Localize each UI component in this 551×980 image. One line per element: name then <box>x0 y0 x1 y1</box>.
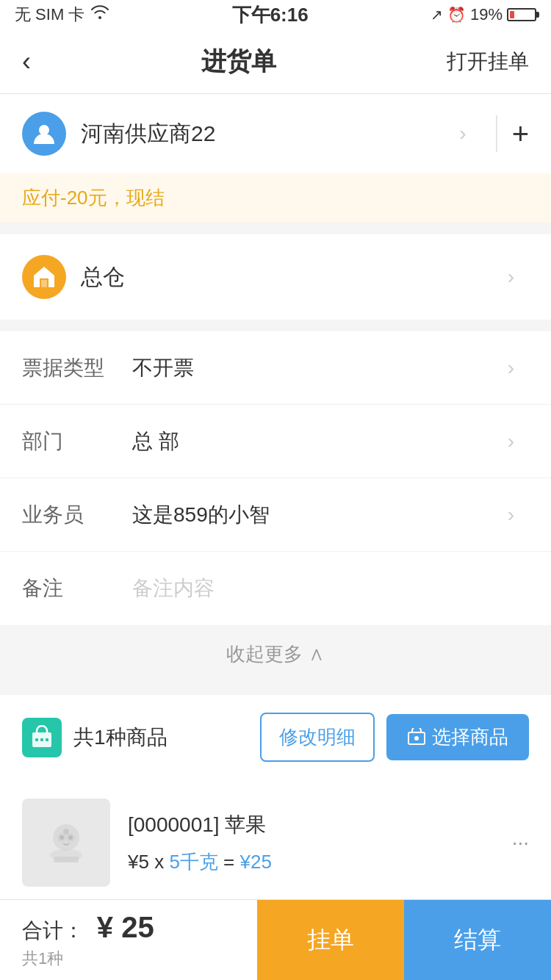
equals: = <box>218 851 240 873</box>
collapse-label: 收起更多 ∧ <box>226 641 324 667</box>
notice-bar: 应付-20元，现结 <box>0 173 551 223</box>
warehouse-section: 总仓 › <box>0 234 551 320</box>
svg-rect-6 <box>46 738 48 741</box>
svg-point-16 <box>68 835 73 840</box>
svg-rect-5 <box>40 738 43 741</box>
svg-rect-4 <box>35 738 38 741</box>
product-thumbnail <box>22 799 110 887</box>
status-bar: 无 SIM 卡 下午6:16 ↗ ⏰ 19% <box>0 0 551 29</box>
wifi-icon <box>90 5 109 24</box>
status-left: 无 SIM 卡 <box>15 4 109 26</box>
salesman-value: 这是859的小智 <box>132 501 508 529</box>
product-name: [0000001] 苹果 <box>128 811 494 839</box>
supplier-avatar <box>22 112 66 156</box>
supplier-section: 河南供应商22 › + 应付-20元，现结 <box>0 94 551 223</box>
product-title: 苹果 <box>225 813 266 836</box>
salesman-chevron-icon: › <box>508 503 514 527</box>
product-item: [0000001] 苹果 ¥5 x 5千克 = ¥25 ··· <box>0 781 551 904</box>
salesman-row[interactable]: 业务员 这是859的小智 › <box>0 478 551 552</box>
battery-label: 19% <box>470 5 503 24</box>
remark-row[interactable]: 备注 备注内容 <box>0 552 551 625</box>
bottom-bar: 合计： ¥ 25 共1种 挂单 结算 <box>0 899 551 980</box>
supplier-name: 河南供应商22 <box>81 119 459 149</box>
checkout-button[interactable]: 结算 <box>404 900 551 981</box>
warehouse-row[interactable]: 总仓 › <box>0 234 551 320</box>
remark-label: 备注 <box>22 574 118 602</box>
total-amount: ¥ 25 <box>97 911 154 943</box>
invoice-type-chevron-icon: › <box>508 356 514 380</box>
total-count: 共1种 <box>22 948 235 970</box>
unit-price: ¥5 x <box>128 851 169 873</box>
invoice-type-row[interactable]: 票据类型 不开票 › <box>0 331 551 405</box>
remark-input[interactable]: 备注内容 <box>132 574 529 602</box>
svg-point-8 <box>414 736 419 741</box>
svg-point-11 <box>63 829 69 835</box>
collapse-button[interactable]: 收起更多 ∧ <box>0 625 551 683</box>
warehouse-icon <box>22 255 66 299</box>
battery-fill <box>510 11 514 18</box>
salesman-label: 业务员 <box>22 501 118 529</box>
alarm-icon: ⏰ <box>447 6 466 24</box>
product-info: [0000001] 苹果 ¥5 x 5千克 = ¥25 <box>128 811 494 875</box>
products-count: 共1种商品 <box>73 724 248 752</box>
products-icon <box>22 718 62 757</box>
battery-icon <box>507 8 536 21</box>
form-section: 票据类型 不开票 › 部门 总 部 › 业务员 这是859的小智 › 备注 备注… <box>0 331 551 625</box>
product-price: ¥5 x 5千克 = ¥25 <box>128 849 494 875</box>
product-more-button[interactable]: ··· <box>512 831 529 854</box>
quantity: 5千克 <box>169 851 217 873</box>
carrier-label: 无 SIM 卡 <box>15 4 84 26</box>
status-time: 下午6:16 <box>232 2 309 28</box>
hang-button[interactable]: 挂单 <box>257 900 404 981</box>
svg-rect-2 <box>41 280 47 287</box>
invoice-type-label: 票据类型 <box>22 354 118 382</box>
svg-point-15 <box>60 835 64 840</box>
warehouse-chevron-icon: › <box>508 265 514 289</box>
back-button[interactable]: ‹ <box>22 46 31 77</box>
total-price: ¥25 <box>240 851 271 873</box>
location-icon: ↗ <box>431 6 443 24</box>
supplier-row[interactable]: 河南供应商22 › + <box>0 94 551 173</box>
status-right: ↗ ⏰ 19% <box>431 5 536 24</box>
add-button[interactable]: + <box>512 118 529 151</box>
total-section: 合计： ¥ 25 共1种 <box>0 911 257 970</box>
select-products-label: 选择商品 <box>432 724 508 750</box>
total-label: 合计： <box>22 919 84 942</box>
edit-details-button[interactable]: 修改明细 <box>260 713 375 762</box>
notice-text: 应付-20元，现结 <box>22 187 165 209</box>
select-products-button[interactable]: 选择商品 <box>386 714 529 760</box>
nav-bar: ‹ 进货单 打开挂单 <box>0 29 551 94</box>
product-code: [0000001] <box>128 813 225 836</box>
svg-point-0 <box>39 125 49 135</box>
department-row[interactable]: 部门 总 部 › <box>0 405 551 478</box>
products-section: 共1种商品 修改明细 选择商品 <box>0 695 551 904</box>
department-chevron-icon: › <box>508 430 514 453</box>
warehouse-name: 总仓 <box>81 262 508 292</box>
svg-rect-12 <box>54 857 79 862</box>
department-value: 总 部 <box>132 428 508 455</box>
page-title: 进货单 <box>201 45 276 79</box>
supplier-divider <box>496 115 497 152</box>
open-hang-button[interactable]: 打开挂单 <box>447 48 529 76</box>
supplier-chevron-icon: › <box>459 122 466 145</box>
products-header: 共1种商品 修改明细 选择商品 <box>0 695 551 779</box>
department-label: 部门 <box>22 428 118 455</box>
invoice-type-value: 不开票 <box>132 354 508 382</box>
